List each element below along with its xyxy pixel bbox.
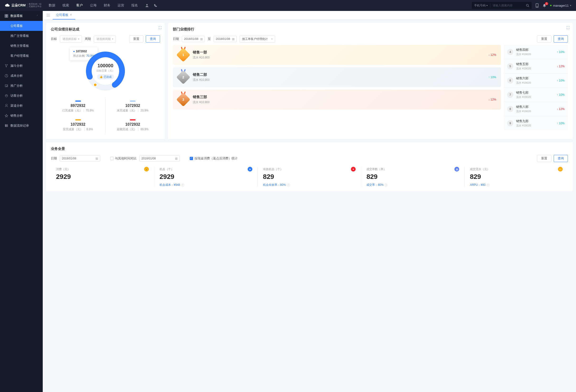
overview-cell: 机会（个）➤2929机会成本：¥948 ? [154, 167, 258, 187]
tab-company-board[interactable]: 公司看板 ✕ [53, 11, 75, 20]
sidebar-item[interactable]: 成本分析 [0, 71, 43, 81]
thumbs-up-icon: 👍 [99, 75, 103, 78]
search-icon[interactable] [523, 4, 532, 7]
sidebar-item[interactable]: 访客分析 [0, 91, 43, 101]
rank-row: 9销售九部流水 ¥19020↑ 10% [504, 116, 568, 130]
logo: 云朵CRM 教育机构一站式服务云平台 [5, 3, 42, 8]
sidebar-item[interactable]: 客户经理看板 [0, 51, 43, 61]
calendar-icon: ▦ [175, 157, 178, 160]
svg-point-1 [526, 4, 528, 6]
compare-checkbox[interactable]: 与其他时间对比 [110, 156, 137, 161]
stat-cell: 1072932应完成量（元）8.9% [51, 116, 105, 135]
medal-icon: 2 [178, 71, 189, 83]
overview-card: 业务全景 日期 2018/01/08▦ 与其他时间对比 2018/01/08▦ … [46, 142, 573, 191]
nav-item[interactable]: 客户 [76, 3, 83, 8]
notification-icon[interactable]: 5 [543, 3, 546, 7]
status-dot-icon [550, 5, 551, 6]
sidebar-item[interactable]: 推广分析 [0, 81, 43, 91]
stat-cell: 1072932未完成量（元）20.9% [105, 97, 160, 116]
calendar-icon: ▦ [95, 157, 98, 160]
rank-row: 5销售五部流水 ¥19020↓ 12% [504, 59, 568, 73]
compare-date-input[interactable]: 2018/01/08▦ [139, 155, 180, 162]
metric-icon: ▭ [558, 167, 563, 172]
chevron-up-icon: ˄ [37, 15, 38, 17]
tabs-bar: 公司看板 ✕ [43, 11, 576, 20]
card-title: 公司业绩目标达成 [51, 27, 160, 31]
svg-point-0 [146, 4, 148, 5]
sidebar-item[interactable]: 渠道分析 [0, 101, 43, 111]
metric-icon: ▤ [455, 167, 459, 172]
user-menu[interactable]: manager11 ▾ [550, 4, 571, 7]
expand-icon[interactable]: ⛶ [159, 26, 161, 30]
device-icon[interactable] [535, 3, 539, 8]
search-box: 手机号码▾ [472, 2, 532, 9]
svg-rect-5 [7, 14, 8, 16]
sidebar-group-header[interactable]: 数据看板 ˄ [0, 11, 43, 21]
reset-button[interactable]: 重置 [129, 35, 144, 43]
sidebar-item[interactable]: 销售主管看板 [0, 41, 43, 51]
overview-cell: 有效机会（个）✦829机会有效率：80% ? [258, 167, 361, 187]
rank-row: 6销售六部流水 ¥19020↑ 10% [504, 73, 568, 88]
stat-cell: 8972932已完成量（元）70.9% [51, 97, 105, 116]
reset-button[interactable]: 重置 [537, 35, 551, 43]
nav-item[interactable]: 报名 [131, 3, 138, 8]
svg-point-3 [537, 6, 537, 7]
metric-icon: 💰 [144, 167, 149, 172]
card-title: 部门业绩排行 [173, 27, 568, 31]
sidebar: 数据看板 ˄ 公司看板推广主管看板销售主管看板客户经理看板 漏斗分析成本分析推广… [0, 11, 43, 392]
query-button[interactable]: 查询 [554, 35, 568, 43]
stat-by-select[interactable]: 按工单客户经理统计▾ [240, 36, 275, 43]
nav-item[interactable]: 运营 [117, 3, 124, 8]
help-icon[interactable]: ? [487, 183, 490, 186]
rank-top-item: 1销售一部流水 ¥10,900↓ 12% [173, 45, 501, 65]
date-from-input[interactable]: 2018/01/08▦ [182, 36, 205, 42]
nav-item[interactable]: 数据 [49, 3, 55, 8]
cash-checkbox[interactable]: 按现金消费（返点后消费）统计 [190, 156, 238, 161]
metric-icon: ✦ [351, 167, 356, 172]
query-button[interactable]: 查询 [554, 155, 568, 162]
help-icon[interactable]: ? [287, 183, 290, 186]
metric-icon: ➤ [248, 167, 252, 172]
rank-row: 7销售七部流水 ¥19020↑ 10% [504, 88, 568, 102]
target-card: ⛶ 公司业绩目标达成 目标 请选择目标▾ 周期 请选择周期▾ 重置 查询 [46, 23, 165, 139]
target-select[interactable]: 请选择目标▾ [60, 36, 82, 43]
sidebar-item[interactable]: 公司看板 [0, 21, 43, 31]
rank-top-item: 2销售二部流水 ¥10,900↑ 10% [173, 67, 501, 87]
menu-toggle-icon[interactable] [45, 14, 51, 17]
contacts-icon[interactable] [145, 3, 149, 7]
overview-cell: 成交单数（单）▤829成交率：80% ? [361, 167, 465, 187]
help-icon[interactable]: ? [181, 183, 184, 186]
calendar-icon: ▦ [232, 37, 234, 41]
medal-icon: 3 [178, 94, 189, 105]
medal-icon: 1 [178, 49, 189, 60]
rank-row: 4销售四部流水 ¥19020↑ 10% [504, 45, 568, 59]
query-button[interactable]: 查询 [146, 35, 160, 43]
nav-item[interactable]: 公海 [90, 3, 97, 8]
rank-top-item: 3销售三部流水 ¥10,900↓ 12% [173, 90, 501, 110]
date-to-input[interactable]: 2018/01/08▦ [214, 36, 237, 42]
period-select[interactable]: 请选择周期▾ [94, 36, 116, 43]
search-input[interactable] [490, 4, 523, 7]
svg-rect-7 [7, 16, 8, 17]
help-icon[interactable]: ? [384, 183, 387, 186]
overview-cell: 成交流水（元）▭829ARPU：¥80 ? [465, 167, 568, 187]
reset-button[interactable]: 重置 [537, 155, 551, 162]
svg-rect-4 [5, 14, 6, 16]
calendar-icon: ▦ [200, 37, 203, 41]
rank-card: ⛶ 部门业绩排行 日期 2018/01/08▦ 至 2018/01/08▦ 按工… [168, 23, 573, 139]
nav-item[interactable]: 线索 [62, 3, 69, 8]
sidebar-item[interactable]: 销售分析 [0, 111, 43, 121]
close-icon[interactable]: ✕ [70, 13, 72, 16]
svg-rect-6 [5, 16, 6, 17]
sidebar-item[interactable]: 漏斗分析 [0, 61, 43, 71]
sidebar-item[interactable]: 数据流转记录 [0, 121, 43, 131]
donut-chart: 100000 目标总量（元） 👍已达成 [84, 50, 127, 92]
search-type-select[interactable]: 手机号码▾ [472, 3, 490, 8]
top-nav: 云朵CRM 教育机构一站式服务云平台 数据线索客户公海财务运营报名 手机号码▾ [0, 0, 576, 11]
rank-row: 8销售八部流水 ¥19020↓ 12% [504, 102, 568, 116]
phone-icon[interactable] [154, 3, 157, 7]
expand-icon[interactable]: ⛶ [567, 26, 569, 30]
nav-item[interactable]: 财务 [104, 3, 110, 8]
sidebar-item[interactable]: 推广主管看板 [0, 31, 43, 41]
date-input[interactable]: 2018/01/08▦ [60, 155, 100, 162]
